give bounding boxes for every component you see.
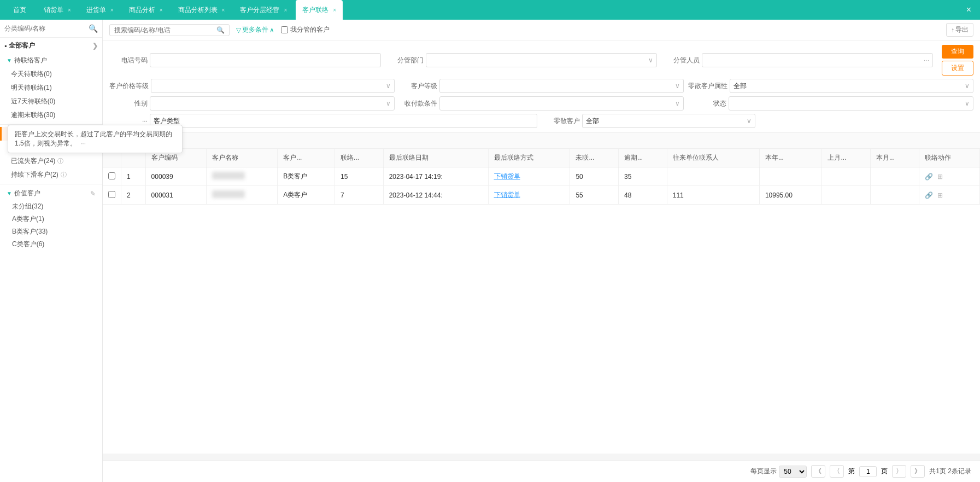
- contact-method-link[interactable]: 下销货单: [494, 172, 520, 180]
- tab-customer-contact[interactable]: 客户联络 ×: [296, 0, 343, 20]
- edit-icon[interactable]: ✎: [90, 190, 96, 198]
- page-size-select[interactable]: 50 100 200: [779, 466, 807, 478]
- filter-row-1: 电话号码 分管部门 ∨ 分管人员 ···: [109, 45, 973, 76]
- dept-select-arrow: ∨: [648, 56, 653, 64]
- row-code: 000031: [145, 186, 206, 205]
- gender-arrow: ∨: [386, 100, 391, 107]
- field-dept: 分管部门 ∨: [385, 53, 657, 67]
- close-sales-tab[interactable]: ×: [68, 7, 71, 13]
- prev-page-button[interactable]: 〈: [830, 465, 844, 478]
- table-row: 2 000031 A类客户 7 2023-04-12 14:44: 下销货单 5…: [103, 186, 980, 205]
- price-level-arrow: ∨: [386, 82, 391, 90]
- value-group-icons: ✎: [90, 190, 96, 198]
- manager-select[interactable]: ···: [702, 53, 933, 67]
- sidebar-item-7days[interactable]: 近7天待联络(0): [0, 95, 102, 108]
- close-purchase-tab[interactable]: ×: [110, 7, 114, 13]
- main-layout: 🔍 ▪ 全部客户 ❯ ▼ 待联络客户 今天待联络(0) 明天待联络(1) 近7天…: [0, 20, 980, 482]
- sidebar-group-pending[interactable]: ▼ 待联络客户: [0, 54, 102, 67]
- row-current-month: [871, 167, 919, 186]
- export-button[interactable]: ↑ 导出: [946, 23, 973, 37]
- sidebar: 🔍 ▪ 全部客户 ❯ ▼ 待联络客户 今天待联络(0) 明天待联络(1) 近7天…: [0, 20, 103, 482]
- price-level-select[interactable]: ∨: [151, 79, 395, 93]
- tab-purchase[interactable]: 进货单 ×: [80, 0, 120, 20]
- field-customer-level: 客户等级 ∨: [399, 79, 684, 93]
- customer-level-select[interactable]: ∨: [439, 79, 684, 93]
- status-select[interactable]: ∨: [729, 96, 973, 111]
- tab-product-list[interactable]: 商品分析列表 ×: [172, 0, 232, 20]
- table-header: 客户编码 客户名称 客户... 联络... 最后联络日期 最后联络方式 未联..…: [103, 149, 980, 167]
- my-customer-checkbox[interactable]: [281, 26, 288, 33]
- row-current-month: [871, 186, 919, 205]
- sidebar-search-icon[interactable]: 🔍: [89, 24, 98, 33]
- close-customer-level-tab[interactable]: ×: [284, 7, 287, 13]
- tooltip-more-icon[interactable]: ···: [80, 140, 86, 147]
- row-code: 000039: [145, 167, 206, 186]
- filter-search-input[interactable]: [114, 26, 214, 34]
- field-price-level: 客户价格等级 ∨: [109, 79, 395, 93]
- row-checkbox[interactable]: [108, 191, 115, 198]
- setting-button[interactable]: 设置: [942, 61, 973, 76]
- close-product-list-tab[interactable]: ×: [222, 7, 225, 13]
- more-filter-button[interactable]: ▽ 更多条件 ∧: [236, 25, 274, 34]
- row-action: 🔗 ⊞: [919, 186, 979, 205]
- query-button[interactable]: 查询: [942, 45, 973, 59]
- content-area: 🔍 ▽ 更多条件 ∧ 我分管的客户 ↑ 导出 电话号码: [103, 20, 980, 482]
- page-input[interactable]: [859, 466, 877, 477]
- action-more-icon[interactable]: ⊞: [937, 173, 943, 181]
- action-link-icon[interactable]: 🔗: [925, 191, 933, 199]
- sidebar-item-churned[interactable]: 已流失客户(24) ⓘ: [0, 154, 102, 168]
- col-overdue: 逾期...: [619, 149, 667, 167]
- close-window-button[interactable]: ×: [962, 5, 976, 15]
- sidebar-item-today[interactable]: 今天待联络(0): [0, 67, 102, 81]
- sidebar-value-group[interactable]: ▼ 价值客户 ✎: [0, 187, 102, 200]
- row-last-month: [822, 167, 871, 186]
- action-more-icon[interactable]: ⊞: [937, 191, 943, 199]
- sidebar-item-tomorrow[interactable]: 明天待联络(1): [0, 81, 102, 95]
- filter-search-icon[interactable]: 🔍: [216, 26, 225, 34]
- retail-customer-select[interactable]: 全部 ∨: [582, 114, 755, 128]
- dept-select[interactable]: ∨: [426, 53, 657, 67]
- field-retail-attr: 零散客户属性 全部 ∨: [688, 79, 973, 93]
- customer-type-select[interactable]: 客户类型: [150, 114, 537, 128]
- table-row: 1 000039 B类客户 15 2023-04-17 14:19: 下销货单 …: [103, 167, 980, 186]
- pagination: 每页显示 50 100 200 《 〈 第 页 〉 》 共1页 2条记录: [103, 460, 980, 482]
- last-page-button[interactable]: 》: [911, 465, 925, 478]
- sidebar-all-customers[interactable]: ▪ 全部客户 ❯: [0, 38, 102, 54]
- contact-method-link[interactable]: 下销货单: [494, 191, 520, 199]
- tab-product-analysis[interactable]: 商品分析 ×: [122, 0, 169, 20]
- bottom-scrollbar[interactable]: [103, 454, 980, 460]
- sidebar-item-declining[interactable]: 持续下滑客户(2) ⓘ: [0, 168, 102, 182]
- gender-select[interactable]: ∨: [150, 96, 395, 111]
- col-last-month: 上月...: [822, 149, 871, 167]
- sidebar-item-a-class[interactable]: A类客户(1): [0, 213, 102, 225]
- first-page-button[interactable]: 《: [811, 465, 825, 478]
- tab-sales[interactable]: 销货单 ×: [37, 0, 78, 20]
- per-page-label: 每页显示 50 100 200: [750, 466, 807, 478]
- tab-home[interactable]: 首页: [4, 0, 35, 20]
- sidebar-item-ungroup[interactable]: 未分组(32): [0, 200, 102, 213]
- row-last-contact-method: 下销货单: [488, 167, 570, 186]
- sidebar-search-input[interactable]: [4, 25, 86, 32]
- close-customer-contact-tab[interactable]: ×: [333, 7, 336, 13]
- sidebar-item-c-class[interactable]: C类客户(6): [0, 238, 102, 251]
- action-link-icon[interactable]: 🔗: [925, 173, 933, 181]
- table-area: 客户编码 客户名称 客户... 联络... 最后联络日期 最后联络方式 未联..…: [103, 149, 980, 454]
- sidebar-item-overdue[interactable]: 逾期未联络(30): [0, 108, 102, 122]
- col-name: 客户名称: [206, 149, 278, 167]
- payment-select[interactable]: ∨: [439, 96, 684, 111]
- sidebar-item-b-class[interactable]: B类客户(33): [0, 225, 102, 238]
- col-last-contact-method: 最后联络方式: [488, 149, 570, 167]
- retail-attr-select[interactable]: 全部 ∨: [730, 79, 973, 93]
- my-customer-checkbox-label[interactable]: 我分管的客户: [281, 25, 330, 34]
- sidebar-collapse-icon[interactable]: ❯: [92, 42, 98, 50]
- row-checkbox[interactable]: [108, 172, 115, 179]
- close-product-analysis-tab[interactable]: ×: [160, 7, 163, 13]
- phone-input[interactable]: [150, 53, 381, 67]
- row-index: 1: [121, 167, 146, 186]
- payment-arrow: ∨: [675, 100, 680, 107]
- page-suffix: 页: [881, 467, 888, 476]
- tab-customer-level[interactable]: 客户分层经营 ×: [233, 0, 294, 20]
- total-info: 共1页 2条记录: [929, 467, 971, 476]
- next-page-button[interactable]: 〉: [892, 465, 906, 478]
- retail-customer-arrow: ∨: [747, 117, 752, 125]
